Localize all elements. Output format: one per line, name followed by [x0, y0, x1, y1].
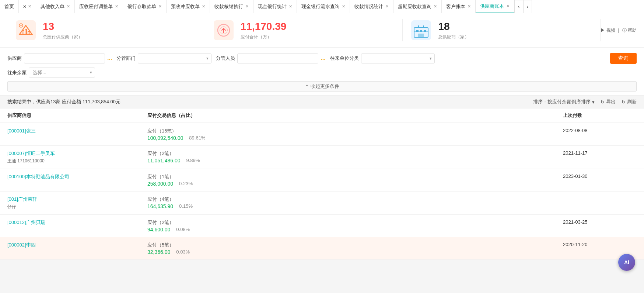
- trade-amount-5[interactable]: 32,366.00: [147, 249, 170, 255]
- trade-amount-0[interactable]: 100,092,540.00: [147, 135, 183, 141]
- svg-rect-8: [424, 30, 426, 32]
- lastpay-cell-0: 2022-08-08: [563, 128, 637, 133]
- collapse-filters-button[interactable]: ⌃ 收起更多条件: [7, 81, 637, 92]
- category-select-wrap: ▾: [361, 54, 435, 63]
- query-button[interactable]: 查询: [610, 53, 637, 64]
- trade-cell-3: 应付 （4笔） 164,635.90 0.15%: [147, 196, 563, 209]
- summary-num-suppliers: 13: [43, 21, 83, 32]
- supplier-table: 供应商信息 应付交易信息（占比） 上次付数 [000001]张三 应付 （15笔…: [0, 108, 644, 260]
- nav-tab-cash-bank-stat[interactable]: 现金银行统计 ✕: [253, 0, 297, 13]
- filter-supplier: 供应商 ...: [7, 54, 112, 63]
- dept-select-wrap: ▾: [138, 54, 211, 63]
- trade-percent-3: 0.15%: [179, 203, 193, 209]
- export-button[interactable]: ↻ 导出: [601, 99, 616, 105]
- table-header: 供应商信息 应付交易信息（占比） 上次付数: [0, 108, 644, 123]
- col-header-lastpay: 上次付数: [563, 112, 637, 119]
- nav-tab-bank-deposit[interactable]: 银行存取款单 ✕: [123, 0, 167, 13]
- trade-count-1: （2笔）: [157, 150, 174, 157]
- supplier-input[interactable]: [24, 54, 105, 63]
- nav-tab-supplier-ledger[interactable]: 供应商账本 ✕: [476, 0, 514, 13]
- sort-label: 排序：按应付余额倒序排序: [533, 99, 591, 105]
- supplier-link-5[interactable]: [000002]李四: [7, 242, 36, 248]
- close-tab-overdue-ar[interactable]: ✕: [434, 4, 437, 9]
- filter-balance: 往来余额 ▾: [7, 68, 95, 77]
- nav-tab-overdue-ar[interactable]: 超期应收款查询 ✕: [393, 0, 442, 13]
- person-input[interactable]: [237, 54, 318, 63]
- result-actions: 排序：按应付余额倒序排序 ▾ ↻ 导出 ↻ 刷新: [533, 99, 637, 105]
- trade-row-label-4: 应付 （2笔）: [147, 219, 563, 226]
- nav-tab-customer-ledger[interactable]: 客户账本 ✕: [442, 0, 476, 13]
- close-tab-customer-ledger[interactable]: ✕: [468, 4, 471, 9]
- close-tab-receipt-stat[interactable]: ✕: [385, 4, 389, 9]
- summary-num-total-ap: 11,170.39: [241, 21, 287, 32]
- close-tab-cash-bank-flow[interactable]: ✕: [342, 4, 345, 9]
- close-tab-ar-ap-adjust[interactable]: ✕: [115, 4, 118, 9]
- balance-select-wrap: ▾: [29, 68, 95, 77]
- summary-card-total-ap: 11,170.39 应付合计（万）: [205, 19, 403, 41]
- summary-card-suppliers: 13 总应付供应商（家）: [7, 19, 205, 41]
- trade-amount-3[interactable]: 164,635.90: [147, 203, 173, 209]
- nav-tab-receipt-verify[interactable]: 收款核销执行 ✕: [210, 0, 253, 13]
- close-tab-bank-deposit[interactable]: ✕: [158, 4, 162, 9]
- trade-cell-4: 应付 （2笔） 94,600.00 0.08%: [147, 219, 563, 232]
- trade-amount-4[interactable]: 94,600.00: [147, 227, 170, 232]
- trade-amount-1[interactable]: 11,051,486.00: [147, 158, 181, 163]
- trade-count-3: （4笔）: [157, 196, 174, 203]
- refresh-button[interactable]: ↻ 刷新: [622, 99, 637, 105]
- trade-cell-5: 应付 （5笔） 32,366.00 0.03%: [147, 242, 563, 255]
- supplier-link-2[interactable]: [000100]本特勤油品有限公司: [7, 174, 69, 179]
- filter-row-2: 往来余额 ▾: [7, 68, 637, 77]
- help-link[interactable]: ⓘ 帮助: [622, 27, 637, 34]
- close-tab-3[interactable]: ✕: [28, 4, 31, 9]
- nav-tab-3[interactable]: 3 ✕: [19, 0, 36, 13]
- trade-row-label-3: 应付 （4笔）: [147, 196, 563, 203]
- nav-tab-cash-bank-flow[interactable]: 现金银行流水查询 ✕: [297, 0, 350, 13]
- trade-amount-2[interactable]: 258,000.00: [147, 181, 173, 187]
- nav-tab-home[interactable]: 首页: [0, 0, 19, 13]
- trade-type-4: 应付: [147, 219, 157, 226]
- supplier-cell-4: [000012]广州贝瑞: [7, 219, 147, 226]
- close-tab-supplier-ledger[interactable]: ✕: [506, 4, 510, 8]
- supplier-link-3[interactable]: [001]广州荣轩: [7, 196, 37, 202]
- supplier-dots-btn[interactable]: ...: [107, 55, 112, 62]
- all-suppliers-icon: [410, 19, 432, 41]
- category-select[interactable]: [361, 54, 435, 63]
- nav-tab-receipt-stat[interactable]: 收款情况统计 ✕: [350, 0, 393, 13]
- trade-row-amount-1: 11,051,486.00 9.89%: [147, 157, 563, 163]
- summary-card-all-suppliers: 18 总供应商（家）: [403, 19, 601, 41]
- supplier-sub-3: 仔仔: [7, 204, 147, 210]
- trade-percent-4: 0.08%: [176, 227, 190, 232]
- export-icon: ↻: [601, 99, 605, 105]
- balance-chevron-down-icon: ▾: [90, 70, 92, 75]
- trade-row-amount-4: 94,600.00 0.08%: [147, 226, 563, 232]
- trade-row-amount-0: 100,092,540.00 89.61%: [147, 134, 563, 141]
- supplier-link-0[interactable]: [000001]张三: [7, 128, 36, 134]
- supplier-link-1[interactable]: [000007]恒旺二手叉车: [7, 151, 55, 156]
- nav-tab-ar-ap-adjust[interactable]: 应收应付调整单 ✕: [75, 0, 123, 13]
- summary-bar: 13 总应付供应商（家） 11,170.39 应付合计（万）: [0, 13, 644, 48]
- dept-label: 分管部门: [116, 55, 136, 62]
- nav-tab-prepay-ar[interactable]: 预收冲应收单 ✕: [167, 0, 210, 13]
- person-dots-btn[interactable]: ...: [321, 55, 325, 62]
- close-tab-other-income[interactable]: ✕: [67, 4, 70, 9]
- svg-rect-0: [16, 20, 36, 40]
- sort-select[interactable]: 排序：按应付余额倒序排序 ▾: [533, 99, 595, 105]
- nav-next-arrow[interactable]: ›: [523, 0, 532, 13]
- trade-row-label-5: 应付 （5笔）: [147, 242, 563, 248]
- balance-select[interactable]: [29, 68, 95, 77]
- trade-count-4: （2笔）: [157, 219, 174, 226]
- table-body: [000001]张三 应付 （15笔） 100,092,540.00 89.61…: [0, 123, 644, 260]
- close-tab-receipt-verify[interactable]: ✕: [245, 4, 249, 9]
- top-navigation: 首页 3 ✕ 其他收入单 ✕ 应收应付调整单 ✕ 银行存取款单 ✕ 预收冲应收单…: [0, 0, 644, 13]
- lastpay-cell-2: 2023-01-30: [563, 173, 637, 179]
- trade-row-amount-2: 258,000.00 0.23%: [147, 180, 563, 187]
- nav-tab-other-income[interactable]: 其他收入单 ✕: [36, 0, 75, 13]
- trade-percent-0: 89.61%: [189, 135, 205, 141]
- close-tab-cash-bank-stat[interactable]: ✕: [289, 4, 292, 9]
- summary-info-suppliers: 13 总应付供应商（家）: [43, 21, 83, 40]
- nav-prev-arrow[interactable]: ‹: [514, 0, 523, 13]
- video-link[interactable]: ▶ 视频: [601, 27, 615, 34]
- supplier-link-4[interactable]: [000012]广州贝瑞: [7, 220, 45, 225]
- dept-select[interactable]: [138, 54, 211, 63]
- close-tab-prepay-ar[interactable]: ✕: [202, 4, 205, 9]
